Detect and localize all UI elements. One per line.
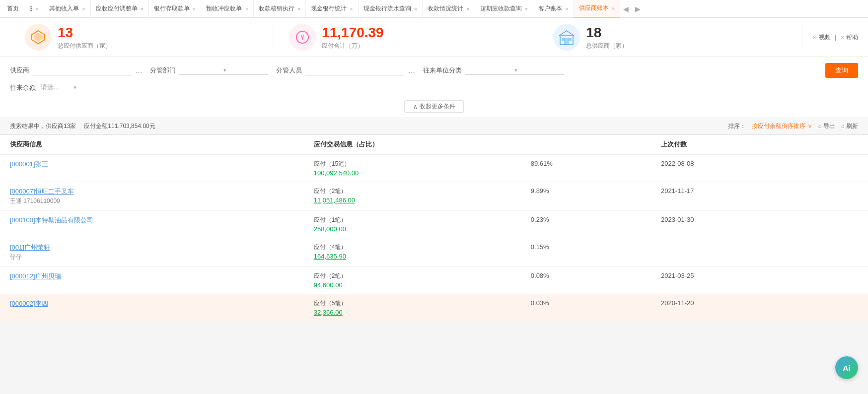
amount-link[interactable]: 94,600.00 [314,281,343,289]
result-bar: 搜索结果中，供应商13家 应付金额111,703,854.00元 排序： 按应付… [0,118,868,135]
search-button[interactable]: 查询 [825,63,858,78]
table-row: [000001]张三应付（15笔）100,092,540.0089.61%202… [0,154,868,182]
person-dots-icon[interactable]: ... [408,66,415,75]
amount-link[interactable]: 164,635.90 [314,253,346,260]
video-link[interactable]: ⊙ 视频 [812,33,830,42]
nav-tab-home-label: 首页 [7,4,19,13]
refresh-link[interactable]: ○ 刷新 [841,122,858,131]
close-icon[interactable]: × [193,6,196,12]
close-icon[interactable]: × [414,6,417,12]
nav-tab-num3[interactable]: 3 × [24,0,44,18]
filter-label-balance: 往来余额 [10,83,36,92]
table-row: [000012]广州贝瑞应付（2笔）94,600.000.08%2021-03-… [0,267,868,294]
nav-tab-receipt-stat-label: 收款情况统计 [428,4,463,13]
supplier-link[interactable]: [000100]本特勒油品有限公司 [10,216,93,224]
nav-tab-home[interactable]: 首页 [2,0,24,18]
stat-item-payable-total: ¥ 11,170.39 应付合计（万） [274,24,538,51]
top-right-links: ⊙ 视频 | ⊙ 帮助 [802,33,858,42]
result-amount: 应付金额111,703,854.00元 [84,122,155,131]
nav-tab-bank-deposit-label: 银行存取款单 [154,4,190,13]
filter-item-dept: 分管部门 ▾ [150,66,268,75]
stats-bar: 13 总应付供应商（家） ¥ 11,170.39 应付合计（万） 1 [0,18,868,57]
percent-cell: 0.15% [521,238,651,267]
supplier-info-cell: [000007]恒旺二手叉车王通 17106110000 [0,182,304,211]
last-pay-date-cell: 2023-01-30 [651,211,868,238]
dept-select[interactable]: ▾ [179,66,268,75]
filter-item-supplier: 供应商 ... [10,66,142,75]
balance-select[interactable]: 请选... ▾ [39,82,108,93]
supplier-link[interactable]: [000001]张三 [10,160,48,168]
supplier-dots-icon[interactable]: ... [136,66,142,75]
top-nav: 首页 3 × 其他收入单 × 应收应付调整单 × 银行存取款单 × 预收冲应收单… [0,0,868,18]
result-right-actions: 排序： 按应付余额倒序排序 ∨ ○ 导出 ○ 刷新 [728,122,858,131]
collapse-btn[interactable]: ∧ 收起更多条件 [404,100,464,113]
sort-label: 排序： [728,122,746,131]
close-icon[interactable]: × [297,6,300,12]
supplier-input[interactable] [32,66,132,75]
export-link[interactable]: ○ 导出 [818,122,835,131]
supplier-link[interactable]: [000007]恒旺二手叉车 [10,188,74,195]
nav-tab-cash-bank-stat[interactable]: 现金银行统计 × [306,0,358,18]
nav-tab-cash-bank-flow[interactable]: 现金银行流水查询 × [359,0,423,18]
unit-type-select[interactable]: ▾ [465,66,564,75]
close-icon[interactable]: × [82,6,85,12]
nav-next-arrow[interactable]: ▶ [632,0,644,18]
svg-rect-6 [562,38,565,41]
close-icon[interactable]: × [141,6,144,12]
transaction-cell: 应付（5笔）32,366.00 [304,294,521,322]
table-row: [001]广州荣轩仔仔应付（4笔）164,635.900.15% [0,238,868,267]
last-pay-date-cell: 2021-03-25 [651,267,868,294]
balance-select-value: 请选... [41,83,73,92]
sort-value[interactable]: 按应付余额倒序排序 ∨ [752,122,812,131]
amount-link[interactable]: 11,051,486.00 [314,197,355,204]
stat-number-suppliers-payable: 13 [58,24,111,41]
supplier-link[interactable]: [001]广州荣轩 [10,244,50,251]
svg-rect-7 [569,38,572,41]
stat-item-total-suppliers: 18 总供应商（家） [538,24,802,51]
supplier-link[interactable]: [000012]广州贝瑞 [10,272,61,280]
nav-tab-overdue-ar-label: 超期应收款查询 [480,4,522,13]
close-icon[interactable]: × [612,5,615,11]
close-icon[interactable]: × [565,6,568,12]
close-icon[interactable]: × [350,6,353,12]
nav-tab-ar-ap-adjust-label: 应收应付调整单 [96,4,138,13]
collapse-icon: ∧ [413,103,418,110]
nav-tab-bank-deposit[interactable]: 银行存取款单 × [149,0,201,18]
filter-label-person: 分管人员 [276,66,302,75]
amount-link[interactable]: 32,366.00 [314,309,343,316]
collapse-label: 收起更多条件 [420,102,455,111]
filter-label-dept: 分管部门 [150,66,176,75]
supplier-table: 供应商信息 应付交易信息（占比） 上次付数 [000001]张三应付（15笔）1… [0,135,868,322]
percent-cell: 0.23% [521,211,651,238]
nav-tab-supplier-ledger[interactable]: 供应商账本 × [574,0,620,18]
stat-icon-coin: ¥ [289,24,316,51]
col-header-percent [521,135,651,154]
nav-tab-prepay-ar[interactable]: 预收冲应收单 × [201,0,253,18]
nav-tab-ar-ap-adjust[interactable]: 应收应付调整单 × [91,0,149,18]
close-icon[interactable]: × [466,6,469,12]
stat-number-payable-total: 11,170.39 [322,24,384,41]
nav-prev-arrow[interactable]: ◀ [620,0,632,18]
nav-tab-overdue-ar[interactable]: 超期应收款查询 × [475,0,533,18]
nav-tab-supplier-ledger-label: 供应商账本 [579,4,609,12]
person-input[interactable] [305,66,404,75]
table-wrapper: 供应商信息 应付交易信息（占比） 上次付数 [000001]张三应付（15笔）1… [0,135,868,322]
pay-label: 应付（1笔） [314,216,511,224]
refresh-icon: ○ [841,123,845,130]
nav-tab-receipt-verify[interactable]: 收款核销执行 × [254,0,306,18]
close-icon[interactable]: × [36,6,39,12]
nav-tab-receipt-stat[interactable]: 收款情况统计 × [423,0,475,18]
nav-tab-customer-ledger[interactable]: 客户账本 × [533,0,574,18]
percent-cell: 89.61% [521,154,651,182]
supplier-info-cell: [000012]广州贝瑞 [0,267,304,294]
chevron-down-icon: ▾ [514,67,562,73]
help-link[interactable]: ⊙ 帮助 [840,33,858,42]
filter-item-unit-type: 往来单位分类 ▾ [423,66,564,75]
divider: | [835,34,836,41]
supplier-link[interactable]: [000002]李四 [10,300,48,307]
close-icon[interactable]: × [525,6,528,12]
close-icon[interactable]: × [245,6,248,12]
nav-tab-other-income[interactable]: 其他收入单 × [44,0,90,18]
amount-link[interactable]: 258,000.00 [314,225,346,233]
amount-link[interactable]: 100,092,540.00 [314,169,359,177]
